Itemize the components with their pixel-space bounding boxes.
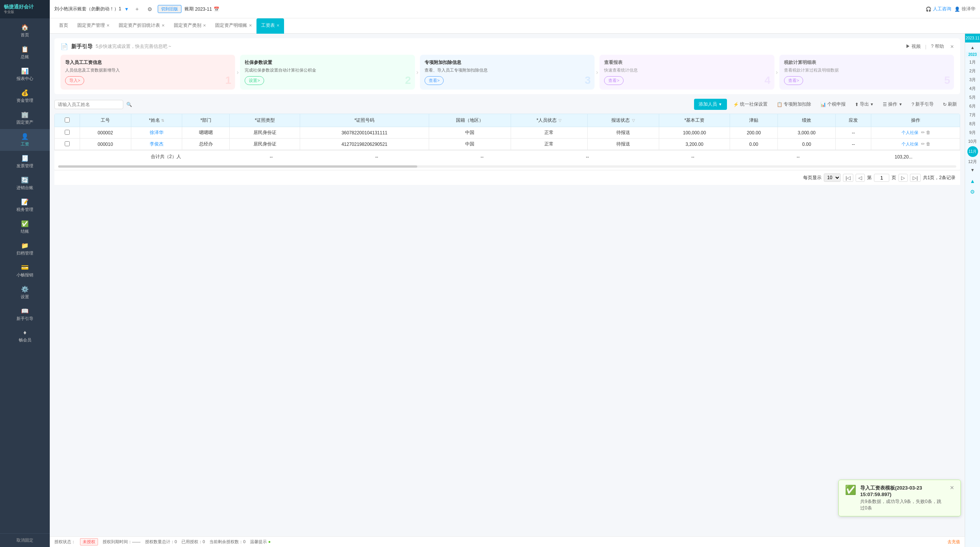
cal-month-2[interactable]: 2月 <box>966 67 980 75</box>
cal-month-8[interactable]: 8月 <box>966 120 980 128</box>
tab-salary[interactable]: 工资表 ✕ <box>256 18 284 34</box>
unpin-btn[interactable]: 取消固定 <box>0 533 50 547</box>
cal-month-6[interactable]: 6月 <box>966 102 980 110</box>
guide-video-btn[interactable]: ▶ 视频 <box>906 43 921 50</box>
cal-month-12[interactable]: 12月 <box>966 158 980 166</box>
step-arrow-3: › <box>595 69 599 76</box>
cal-month-10[interactable]: 10月 <box>966 137 980 145</box>
step1-btn[interactable]: 导入> <box>65 76 84 85</box>
row1-edit-icon[interactable]: ✏ <box>921 130 925 135</box>
add-account-btn[interactable]: ＋ <box>132 5 142 13</box>
tab-salary-label: 工资表 <box>261 22 275 29</box>
charge-btn[interactable]: 去充值 <box>947 539 960 545</box>
select-all-checkbox[interactable] <box>65 118 70 122</box>
sidebar-item-invoice[interactable]: 🧾 发票管理 <box>0 151 50 173</box>
cal-month-11[interactable]: 11月 <box>967 146 978 157</box>
per-page-select[interactable]: 10 20 50 <box>824 173 841 182</box>
sidebar-item-member[interactable]: ♦ 畅会员 <box>0 325 50 347</box>
panel-settings-icon[interactable]: ⚙ <box>969 187 977 196</box>
scrollbar-thumb[interactable] <box>58 165 417 168</box>
search-input[interactable] <box>54 100 123 109</box>
cal-month-9[interactable]: 9月 <box>966 129 980 137</box>
sidebar-item-ledger[interactable]: 📋 总账 <box>0 42 50 64</box>
tab-detail[interactable]: 固定资产明细账 ✕ <box>211 18 256 34</box>
col-report-status[interactable]: 报送状态 ▽ <box>587 114 659 127</box>
sidebar-item-purchase[interactable]: 🔄 进销台账 <box>0 173 50 194</box>
tab-salary-close[interactable]: ✕ <box>276 23 279 28</box>
cal-month-5[interactable]: 5月 <box>966 93 980 101</box>
notif-close-btn[interactable]: ✕ <box>950 485 954 491</box>
tab-depreciation-close[interactable]: ✕ <box>162 23 165 28</box>
row2-social-insurance-link[interactable]: 个人社保 <box>902 142 918 146</box>
col-name[interactable]: *姓名 ⇅ <box>131 114 182 127</box>
operations-btn[interactable]: ☰ 操作 ▼ <box>880 100 905 109</box>
sidebar-item-guide[interactable]: 📖 新手引导 <box>0 304 50 325</box>
user-menu[interactable]: 👤 徐泽华 <box>954 6 975 12</box>
refresh-btn[interactable]: ↻ 刷新 <box>940 100 960 109</box>
version-toggle-btn[interactable]: 切到旧版 <box>158 5 181 13</box>
tab-category-close[interactable]: ✕ <box>203 23 206 28</box>
add-person-btn[interactable]: 添加人员 ▼ <box>694 99 727 110</box>
cal-month-4[interactable]: 4月 <box>966 85 980 93</box>
cal-month-3[interactable]: 3月 <box>966 76 980 84</box>
last-page-btn[interactable]: ▷| <box>910 174 920 182</box>
horizontal-scrollbar[interactable] <box>58 165 956 168</box>
row2-edit-icon[interactable]: ✏ <box>921 141 925 147</box>
tax-report-btn[interactable]: 📊 个税申报 <box>817 100 849 109</box>
calendar-icon[interactable]: 📅 <box>214 7 219 12</box>
row1-name-link[interactable]: 徐泽华 <box>150 130 163 135</box>
tab-category[interactable]: 固定资产类别 ✕ <box>169 18 211 34</box>
cal-month-prev-year[interactable]: ▲ <box>966 44 980 51</box>
tab-depreciation[interactable]: 固定资产折旧统计表 ✕ <box>114 18 169 34</box>
cal-month-next[interactable]: ▼ <box>966 167 980 173</box>
col-status[interactable]: *人员状态 ▽ <box>511 114 587 127</box>
sidebar-item-expense[interactable]: 💳 小畅报销 <box>0 260 50 282</box>
settings-btn[interactable]: ⚙ <box>145 5 155 13</box>
special-deduction-btn[interactable]: 📋 专项附加扣除 <box>774 100 814 109</box>
search-icon[interactable]: 🔍 <box>126 102 132 107</box>
tab-fixed-assets-label: 固定资产管理 <box>77 22 105 29</box>
guide-help-btn[interactable]: ? 帮助 <box>931 43 944 50</box>
row2-name-link[interactable]: 李俊杰 <box>150 141 163 147</box>
row1-social-insurance-link[interactable]: 个人社保 <box>902 130 918 135</box>
ai-consult-btn[interactable]: 🎧 人工咨询 <box>926 6 951 12</box>
tab-detail-close[interactable]: ✕ <box>249 23 252 28</box>
cal-month-1[interactable]: 1月 <box>966 58 980 66</box>
tab-fixed-assets[interactable]: 固定资产管理 ✕ <box>73 18 114 34</box>
tab-fixed-assets-close[interactable]: ✕ <box>106 23 109 28</box>
sidebar-item-fixed[interactable]: 🏢 固定资产 <box>0 107 50 129</box>
sidebar-item-home[interactable]: 🏠 首页 <box>0 20 50 42</box>
step5-btn[interactable]: 查看> <box>784 76 803 85</box>
sidebar-item-tax[interactable]: 📝 税务管理 <box>0 194 50 216</box>
export-btn[interactable]: ⬆ 导出 ▼ <box>852 100 877 109</box>
sidebar-item-salary[interactable]: 👤 工资 <box>0 129 50 151</box>
footer-total-salary: 103,20... <box>851 154 956 160</box>
sidebar-item-archive[interactable]: 📁 归档管理 <box>0 238 50 260</box>
panel-up-icon[interactable]: ▲ <box>969 176 977 186</box>
cal-month-7[interactable]: 7月 <box>966 111 980 119</box>
first-page-btn[interactable]: |◁ <box>843 174 853 182</box>
step2-btn[interactable]: 设置> <box>245 76 264 85</box>
sidebar-item-checkout[interactable]: ✅ 结账 <box>0 216 50 238</box>
step3-btn[interactable]: 查看> <box>425 76 444 85</box>
guide-btn[interactable]: ? 新手引导 <box>908 100 937 109</box>
cal-year-2023[interactable]: 2023 <box>966 52 980 57</box>
sidebar-item-settings[interactable]: ⚙️ 设置 <box>0 282 50 304</box>
sidebar-item-reports[interactable]: 📊 报表中心 <box>0 64 50 85</box>
tab-home[interactable]: 首页 <box>54 18 73 34</box>
row1-checkbox[interactable] <box>65 130 70 135</box>
guide-close-btn[interactable]: ✕ <box>950 44 954 49</box>
step4-desc: 快速查看统计信息 <box>604 67 769 73</box>
row1-delete-icon[interactable]: 🗑 <box>926 130 931 135</box>
account-dropdown[interactable]: ▼ <box>124 7 129 12</box>
prev-page-btn[interactable]: ◁ <box>856 174 865 182</box>
step4-btn[interactable]: 查看> <box>604 76 623 85</box>
step-arrow-1: › <box>235 69 240 76</box>
row2-checkbox[interactable] <box>65 141 70 146</box>
footer-dash2: -- <box>324 154 429 160</box>
page-number-input[interactable] <box>874 174 889 182</box>
row2-delete-icon[interactable]: 🗑 <box>926 141 931 147</box>
social-insurance-btn[interactable]: ⚡ 统一社保设置 <box>730 100 771 109</box>
next-page-btn[interactable]: ▷ <box>898 174 908 182</box>
sidebar-item-funds[interactable]: 💰 资金管理 <box>0 85 50 107</box>
